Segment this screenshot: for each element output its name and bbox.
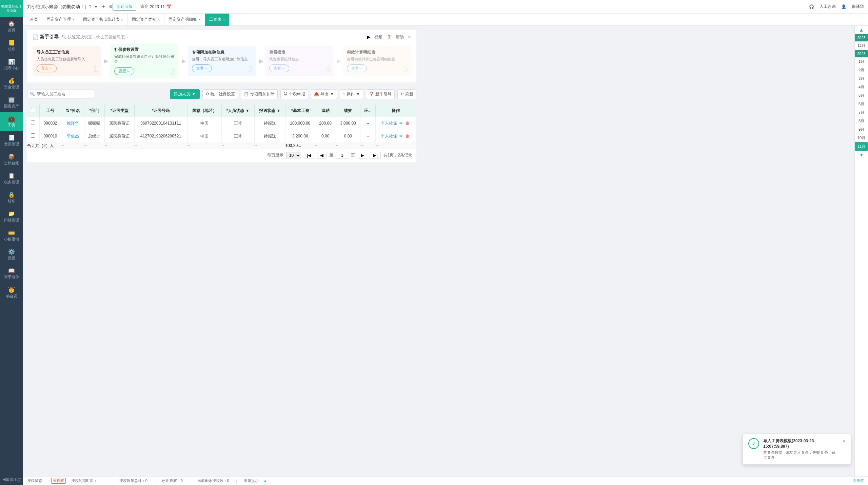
export-button[interactable]: 📤 导出 ▼: [311, 89, 337, 99]
operation-button[interactable]: ≡ 操作 ▼: [340, 89, 363, 99]
footer-basic-salary-total: 103,20...: [285, 143, 315, 149]
tab-salary-table-close[interactable]: ×: [223, 17, 225, 22]
per-page-select[interactable]: 10 20 50: [286, 152, 301, 159]
col-status: *人员状态 ▼: [221, 105, 254, 117]
refresh-button[interactable]: ↻ 刷新: [397, 89, 416, 99]
period-value: 2023-11: [150, 4, 165, 9]
next-page-button[interactable]: ▶: [358, 152, 367, 159]
sidebar-item-report[interactable]: 📊 报表中心: [0, 55, 23, 74]
add-employee-button[interactable]: 添加人员 ▼: [170, 89, 200, 99]
select-all-checkbox[interactable]: [31, 108, 35, 112]
step-3-button[interactable]: 查看＞: [192, 64, 212, 72]
sidebar-item-tax[interactable]: 📋 税务管理: [0, 169, 23, 188]
guide-button[interactable]: ❓ 新手引导: [366, 89, 395, 99]
switch-version-button[interactable]: 切到旧版: [113, 3, 136, 11]
guide-help-label[interactable]: 帮助: [396, 34, 404, 40]
special-deduction-button[interactable]: 📋 专项附加扣除: [241, 89, 278, 99]
edit-link-1[interactable]: ✏: [399, 121, 403, 126]
sidebar-item-assets[interactable]: 🏢 固定资产: [0, 93, 23, 112]
step-4-button[interactable]: 查看＞: [269, 64, 289, 72]
status-filter-icon[interactable]: ▼: [245, 108, 250, 113]
row-select-checkbox[interactable]: [31, 133, 35, 138]
sidebar-item-close[interactable]: 🔒 结账: [0, 188, 23, 207]
sidebar-item-archive[interactable]: 📁 归档管理: [0, 207, 23, 226]
sidebar-item-invoice[interactable]: 🧾 发票管理: [0, 131, 23, 150]
tab-depreciation-close[interactable]: ×: [121, 17, 123, 22]
add-account-icon[interactable]: ＋: [101, 3, 106, 10]
footer-empty-10: --: [360, 143, 375, 149]
sidebar-item-ledger[interactable]: 📒 总账: [0, 36, 23, 55]
row-select-checkbox[interactable]: [31, 120, 35, 125]
row-emp-no: 000002: [39, 117, 61, 130]
sidebar-item-fund[interactable]: 💰 资金管理: [0, 74, 23, 93]
tab-asset-category-close[interactable]: ×: [158, 17, 160, 22]
sidebar-item-label: 税务管理: [4, 180, 19, 185]
top-header: 刘小艳演示账套（勿删勿动！）1 ▼ ＋ ⚙ 切到旧版 账期 2023-11 📅 …: [23, 0, 434, 14]
personal-insurance-link-2[interactable]: 个人社保: [381, 134, 397, 138]
row-status: 正常: [221, 130, 254, 143]
refresh-icon: ↻: [400, 92, 404, 96]
row-action: 个人社保 ✏ 🗑: [375, 130, 416, 143]
sidebar-item-salary[interactable]: 💼 工资: [0, 112, 23, 131]
col-name[interactable]: ⇅ *姓名: [61, 105, 84, 117]
col-basic-salary: *基本工资: [285, 105, 315, 117]
employee-name-link[interactable]: 徐泽华: [67, 121, 79, 126]
edit-link-2[interactable]: ✏: [399, 134, 403, 138]
dropdown-icon[interactable]: ▼: [94, 4, 98, 9]
step-1-button[interactable]: 导入＞: [37, 64, 57, 72]
footer-empty-6: --: [221, 143, 254, 149]
row-action: 个人社保 ✏ 🗑: [375, 117, 416, 130]
social-insurance-label: 统一社保设置: [211, 91, 235, 97]
special-deduction-label: 专项附加扣除: [250, 91, 275, 97]
row-name: 徐泽华: [61, 117, 84, 130]
tab-asset-detail-close[interactable]: ×: [198, 17, 201, 22]
row-subsidy: 200.00: [315, 117, 336, 130]
tab-salary-table-label: 工资表: [209, 17, 221, 22]
tab-asset-detail[interactable]: 固定资产明细账 ×: [164, 14, 205, 26]
guide-close-button[interactable]: ×: [408, 34, 411, 40]
guide-steps: 导入员工工资信息 人员信息及工资数据新增导入 导入＞ 1 ▶ 社保参数设置 完成…: [33, 43, 411, 78]
personal-insurance-link-1[interactable]: 个人社保: [381, 121, 397, 126]
social-insurance-button[interactable]: ⚙ 统一社保设置: [202, 89, 238, 99]
guide-step-3: 专项附加扣除信息 查看、导入员工专项附加扣除信息 查看＞ 3 ▶: [188, 46, 256, 76]
col-id-no: *证照号码: [134, 105, 187, 117]
sidebar-item-expense[interactable]: 💳 小畅报销: [0, 226, 23, 242]
step-2-button[interactable]: 设置＞: [114, 67, 134, 75]
step-1-arrow: ▶: [104, 58, 108, 64]
report-status-filter-icon[interactable]: ▼: [276, 108, 280, 113]
search-input[interactable]: [27, 90, 95, 98]
table-footer-row: 合计共（2）人 -- -- -- -- -- -- -- 103,20... -…: [27, 143, 416, 149]
tab-salary-table[interactable]: 工资表 ×: [205, 14, 230, 26]
first-page-button[interactable]: |◀: [304, 152, 314, 159]
calendar-icon[interactable]: 📅: [166, 4, 171, 9]
inventory-icon: 📦: [8, 153, 15, 160]
tab-asset-category[interactable]: 固定资产类别 ×: [128, 14, 164, 26]
row-nationality: 中国: [187, 130, 221, 143]
last-page-button[interactable]: ▶|: [370, 152, 380, 159]
guide-video-icon: ▶: [367, 35, 370, 39]
prev-page-button[interactable]: ◀: [317, 152, 327, 159]
pagination: 每页显示 10 20 50 |◀ ◀ 第 页 ▶ ▶| 共1页，2条记录: [27, 149, 416, 162]
row-checkbox: [27, 117, 39, 130]
step-5-button[interactable]: 查看＞: [347, 64, 367, 72]
step-3-desc: 查看、导入员工专项附加扣除信息: [192, 57, 252, 62]
row-report-status: 待报送: [254, 130, 285, 143]
settings-account-icon[interactable]: ⚙: [109, 4, 113, 9]
delete-link-2[interactable]: 🗑: [406, 134, 410, 138]
sidebar-item-home[interactable]: 🏠 首页: [0, 17, 23, 36]
tab-home[interactable]: 首页: [26, 14, 42, 26]
sidebar-item-label: 工资: [8, 123, 15, 128]
delete-link-1[interactable]: 🗑: [406, 121, 410, 126]
tab-depreciation-label: 固定资产折旧统计表: [83, 17, 120, 22]
sidebar-item-inventory[interactable]: 📦 进销台账: [0, 150, 23, 169]
tab-fixed-assets-close[interactable]: ×: [72, 17, 75, 22]
page-input[interactable]: [336, 152, 348, 159]
step-3-arrow: ▶: [259, 58, 263, 64]
employee-name-link[interactable]: 李俊杰: [67, 134, 79, 138]
tab-depreciation[interactable]: 固定资产折旧统计表 ×: [79, 14, 128, 26]
footer-empty-1: --: [61, 143, 84, 149]
guide-video-label[interactable]: 视频: [374, 34, 382, 40]
special-deduction-icon: 📋: [244, 92, 249, 96]
tab-fixed-assets[interactable]: 固定资产管理 ×: [42, 14, 79, 26]
personal-tax-button[interactable]: 🏛 个税申报: [280, 89, 308, 99]
